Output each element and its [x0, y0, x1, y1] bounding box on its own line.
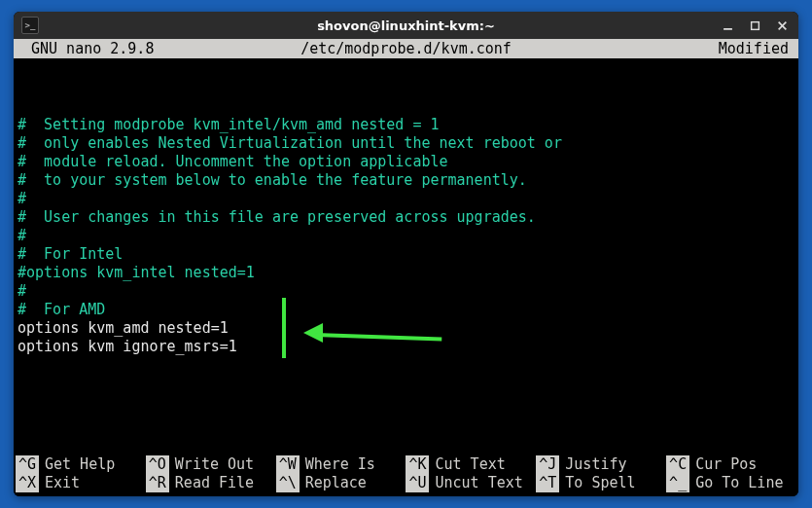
- terminal-window: >_ shovon@linuxhint-kvm:~ GNU nano 2.9.8…: [14, 12, 798, 496]
- shortcut-label: Uncut Text: [435, 474, 522, 492]
- close-button[interactable]: [769, 16, 794, 35]
- shortcut-key: ^K: [406, 455, 429, 474]
- shortcut-cell: ^RRead File: [146, 474, 276, 492]
- shortcut-label: Write Out: [175, 455, 254, 474]
- editor-line: # only enables Nested Virtualization unt…: [18, 134, 794, 153]
- editor-line: # module reload. Uncomment the option ap…: [18, 153, 794, 171]
- minimize-icon: [723, 20, 733, 31]
- maximize-icon: [750, 20, 760, 31]
- shortcut-cell: ^CCur Pos: [666, 455, 796, 474]
- shortcut-key: ^C: [666, 455, 689, 474]
- editor-line: # to your system below to enable the fea…: [18, 171, 794, 190]
- shortcut-label: Get Help: [45, 455, 115, 474]
- shortcut-label: Replace: [305, 474, 367, 492]
- shortcut-key: ^X: [16, 474, 39, 492]
- editor-line: # Setting modprobe kvm_intel/kvm_amd nes…: [18, 116, 794, 134]
- shortcut-key: ^R: [146, 474, 169, 492]
- titlebar: >_ shovon@linuxhint-kvm:~: [14, 12, 798, 39]
- nano-version: GNU nano 2.9.8: [18, 39, 154, 58]
- window-title: shovon@linuxhint-kvm:~: [14, 18, 798, 33]
- shortcut-label: Cur Pos: [695, 455, 757, 474]
- shortcut-key: ^G: [16, 455, 39, 474]
- shortcut-key: ^J: [536, 455, 559, 474]
- shortcut-cell: ^XExit: [16, 474, 146, 492]
- minimize-button[interactable]: [715, 16, 740, 35]
- editor-line: #: [18, 227, 794, 245]
- editor-line: # For AMD: [18, 301, 794, 319]
- shortcut-cell: ^WWhere Is: [276, 455, 406, 474]
- shortcut-key: ^T: [536, 474, 559, 492]
- editor-line: #options kvm_intel nested=1: [18, 264, 794, 282]
- shortcut-cell: ^_Go To Line: [666, 474, 796, 492]
- nano-header: GNU nano 2.9.8 /etc/modprobe.d/kvm.conf …: [14, 39, 798, 58]
- editor-line: options kvm ignore_msrs=1: [18, 338, 794, 356]
- shortcut-cell: ^GGet Help: [16, 455, 146, 474]
- shortcut-label: Read File: [175, 474, 254, 492]
- shortcut-cell: ^KCut Text: [406, 455, 536, 474]
- shortcut-cell: ^JJustify: [536, 455, 666, 474]
- terminal-app-icon: >_: [21, 17, 39, 34]
- shortcut-key: ^W: [276, 455, 300, 474]
- shortcut-cell: ^TTo Spell: [536, 474, 666, 492]
- editor-line: #: [18, 190, 794, 208]
- maximize-button[interactable]: [742, 16, 767, 35]
- shortcut-cell: ^OWrite Out: [146, 455, 276, 474]
- editor-line: options kvm_amd nested=1: [18, 319, 794, 338]
- shortcut-key: ^_: [666, 474, 689, 492]
- shortcut-cell: ^\Replace: [276, 474, 406, 492]
- nano-shortcut-bar: ^GGet Help^OWrite Out^WWhere Is^KCut Tex…: [14, 455, 798, 496]
- editor-line: # User changes in this file are preserve…: [18, 208, 794, 227]
- shortcut-key: ^\: [276, 474, 300, 492]
- shortcut-label: Exit: [45, 474, 80, 492]
- shortcut-label: To Spell: [565, 474, 635, 492]
- editor-line: # For Intel: [18, 245, 794, 264]
- nano-editor-area[interactable]: # Setting modprobe kvm_intel/kvm_amd nes…: [14, 58, 798, 455]
- shortcut-label: Where Is: [305, 455, 375, 474]
- window-controls: [715, 12, 794, 39]
- shortcut-cell: ^UUncut Text: [406, 474, 536, 492]
- shortcut-label: Go To Line: [695, 474, 783, 492]
- nano-modified-status: Modified: [719, 39, 794, 58]
- shortcut-key: ^U: [406, 474, 429, 492]
- shortcut-key: ^O: [146, 455, 169, 474]
- editor-line: #: [18, 282, 794, 301]
- svg-rect-1: [751, 21, 759, 29]
- shortcut-label: Justify: [565, 455, 626, 474]
- shortcut-label: Cut Text: [435, 455, 505, 474]
- close-icon: [777, 20, 788, 31]
